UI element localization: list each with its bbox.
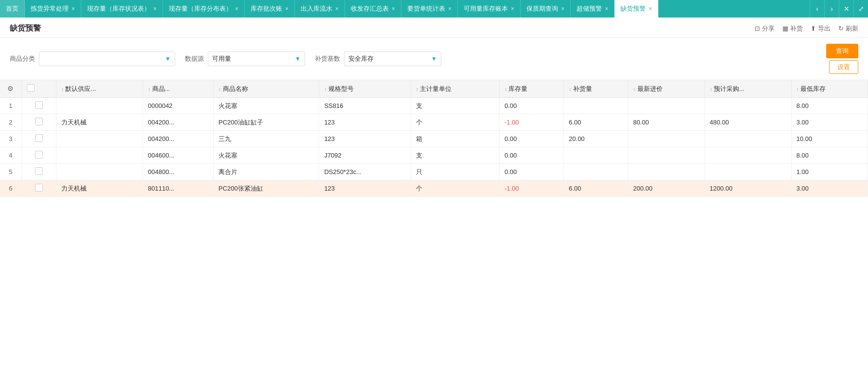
row-latest-price-5 [628, 164, 705, 180]
row-min-stock-6: 3.00 [791, 180, 868, 197]
replenish-basis-value: 安全库存 [348, 54, 427, 63]
nav-prev-button[interactable]: ‹ [810, 0, 824, 18]
tab-quality-query[interactable]: 保质期查询 × [521, 0, 571, 18]
tab-inout-flow-close[interactable]: × [335, 5, 339, 12]
export-label: 导出 [818, 24, 831, 33]
tab-batch-account-close[interactable]: × [285, 5, 289, 12]
datasource-select[interactable]: 可用量 ▼ [208, 52, 305, 66]
tab-stock-status-close[interactable]: × [153, 5, 157, 12]
row-supplier-1 [56, 98, 143, 114]
row-checkbox-3[interactable] [21, 131, 56, 147]
row-checkbox-4[interactable] [21, 147, 56, 164]
tab-batch-account[interactable]: 库存批次账 × [245, 0, 295, 18]
row-latest-price-3 [628, 131, 705, 147]
col-unit[interactable]: 主计量单位 [411, 80, 499, 98]
tab-inout-flow-label: 出入库流水 [301, 4, 332, 13]
replenish-icon: ▦ [782, 25, 788, 32]
row-checkbox-5[interactable] [21, 164, 56, 180]
datasource-filter-label: 数据源 [185, 54, 204, 63]
export-button[interactable]: ⬆ 导出 [811, 24, 831, 33]
tab-stock-dist-close[interactable]: × [235, 5, 238, 12]
row-est-purchase-3 [705, 131, 791, 147]
col-spec[interactable]: 规格型号 [319, 80, 411, 98]
category-select[interactable]: ▼ [39, 52, 175, 66]
col-stock-qty[interactable]: 库存量 [499, 80, 563, 98]
replenish-basis-label: 补货基数 [315, 54, 340, 63]
row-product-name-5: 离合片 [214, 164, 319, 180]
row-replenish-qty-1 [564, 98, 628, 114]
row-unit-1: 支 [411, 98, 499, 114]
tab-available-ledger-close[interactable]: × [511, 5, 514, 12]
tab-demand-close[interactable]: × [448, 5, 452, 12]
row-replenish-qty-4 [564, 147, 628, 164]
row-est-purchase-5 [705, 164, 791, 180]
row-checkbox-2[interactable] [21, 114, 56, 131]
tab-inout-flow[interactable]: 出入库流水 × [295, 0, 345, 18]
tab-picking-exception[interactable]: 拣货异常处理 × [25, 0, 81, 18]
col-min-stock-label: 最低库存 [800, 85, 826, 92]
table-row: 5 004800... 离合片 DS250*23c... 只 0.00 1.00 [0, 164, 868, 180]
col-min-stock[interactable]: 最低库存 [791, 80, 868, 98]
query-button[interactable]: 查询 [826, 44, 858, 58]
settings-gear-icon[interactable]: ⚙ [6, 85, 15, 93]
col-product-name-label: 商品名称 [223, 85, 248, 92]
replenish-basis-select[interactable]: 安全库存 ▼ [344, 52, 441, 66]
tab-overstock-label: 超储预警 [577, 4, 602, 13]
col-latest-price[interactable]: 最新进价 [628, 80, 705, 98]
datasource-chevron-icon: ▼ [295, 55, 301, 62]
tab-shortage-close[interactable]: × [649, 5, 652, 12]
replenish-button[interactable]: ▦ 补货 [782, 24, 803, 33]
header-actions: ⊡ 分享 ▦ 补货 ⬆ 导出 ↻ 刷新 [755, 24, 858, 33]
row-checkbox-6[interactable] [21, 180, 56, 197]
main-content: 缺货预警 ⊡ 分享 ▦ 补货 ⬆ 导出 ↻ 刷新 商品分类 [0, 18, 868, 387]
datasource-select-value: 可用量 [212, 54, 291, 63]
page-title: 缺货预警 [10, 23, 41, 34]
tab-overstock[interactable]: 超储预警 × [571, 0, 615, 18]
tab-summary-close[interactable]: × [392, 5, 395, 12]
share-button[interactable]: ⊡ 分享 [755, 24, 775, 33]
col-est-purchase[interactable]: 预计采购... [705, 80, 791, 98]
tab-available-ledger-label: 可用量库存账本 [464, 4, 508, 13]
tab-home[interactable]: 首页 [0, 0, 25, 18]
select-all-checkbox[interactable] [27, 84, 35, 92]
settings-button[interactable]: 设置 [829, 60, 858, 74]
table-row: 6 力天机械 801110... PC200张紧油缸 123 个 -1.00 6… [0, 180, 868, 197]
col-latest-price-label: 最新进价 [637, 85, 663, 92]
tab-picking-close[interactable]: × [72, 5, 75, 12]
row-stock-qty-1: 0.00 [499, 98, 563, 114]
row-supplier-6: 力天机械 [56, 180, 143, 197]
row-spec-6: 123 [319, 180, 411, 197]
tab-available-ledger[interactable]: 可用量库存账本 × [458, 0, 521, 18]
tab-home-label: 首页 [6, 4, 18, 13]
nav-close-button[interactable]: ✕ [839, 0, 853, 18]
share-icon: ⊡ [755, 25, 760, 32]
col-gear: ⚙ [0, 80, 21, 98]
row-unit-2: 个 [411, 114, 499, 131]
tab-shortage-label: 缺货预警 [620, 4, 646, 13]
data-table: ⚙ 默认供应... 商品... 商品名称 规格型号 [0, 80, 868, 197]
tab-shortage[interactable]: 缺货预警 × [615, 0, 658, 18]
tab-demand[interactable]: 要货单统计表 × [401, 0, 458, 18]
col-replenish-qty[interactable]: 补货量 [564, 80, 628, 98]
nav-next-button[interactable]: › [824, 0, 839, 18]
row-product-code-6: 801110... [143, 180, 213, 197]
col-replenish-qty-label: 补货量 [573, 85, 592, 92]
col-default-supplier[interactable]: 默认供应... [56, 80, 143, 98]
row-supplier-4 [56, 147, 143, 164]
col-unit-label: 主计量单位 [420, 85, 452, 92]
tab-stock-dist[interactable]: 现存量（库存分布表） × [163, 0, 245, 18]
row-checkbox-1[interactable] [21, 98, 56, 114]
nav-expand-button[interactable]: ⤢ [853, 0, 868, 18]
tab-stock-status[interactable]: 现存量（库存状况表） × [81, 0, 163, 18]
refresh-button[interactable]: ↻ 刷新 [838, 24, 858, 33]
tab-quality-query-close[interactable]: × [561, 5, 564, 12]
row-stock-qty-4: 0.00 [499, 147, 563, 164]
row-est-purchase-1 [705, 98, 791, 114]
table-header-row: ⚙ 默认供应... 商品... 商品名称 规格型号 [0, 80, 868, 98]
col-product-name[interactable]: 商品名称 [214, 80, 319, 98]
refresh-label: 刷新 [846, 24, 858, 33]
refresh-icon: ↻ [838, 25, 844, 32]
tab-summary[interactable]: 收发存汇总表 × [345, 0, 401, 18]
col-product-code[interactable]: 商品... [143, 80, 213, 98]
tab-overstock-close[interactable]: × [605, 5, 608, 12]
